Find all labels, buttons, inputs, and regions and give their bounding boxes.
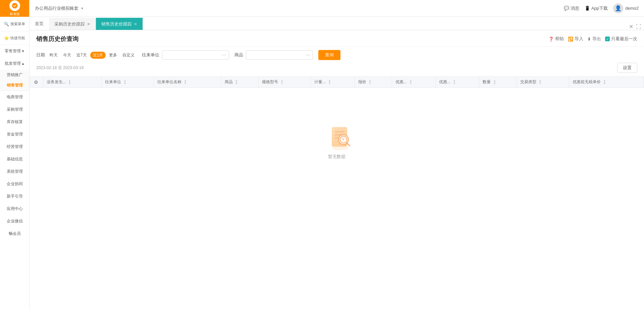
table-col-unit[interactable]: 计量... ▲▼ <box>311 76 355 88</box>
sidebar-item-operations[interactable]: 经营管理 <box>0 141 29 153</box>
sidebar-nav-label: 快捷导航 <box>10 36 25 41</box>
table-body: ? 暂无数据 <box>30 88 644 194</box>
topbar-app-label: App下载 <box>591 5 608 11</box>
sort-icons-partner-code: ▲▼ <box>123 80 126 85</box>
sidebar-subitem-marketing[interactable]: 营销推广 <box>0 70 29 80</box>
sidebar-item-inventory[interactable]: 库存核算 <box>0 116 29 128</box>
sidebar-item-retail[interactable]: 零售管理 ▼ <box>0 45 29 57</box>
sidebar-item-wholesale[interactable]: 批发管理 ▲ <box>0 57 29 70</box>
topbar-user[interactable]: 👤 demo2 <box>613 3 639 13</box>
system-label: 系统管理 <box>7 169 23 174</box>
sidebar-wholesale-section: 批发管理 ▲ 营销推广 销售管理 <box>0 57 29 91</box>
date-btn-yesterday[interactable]: 昨天 <box>48 52 60 59</box>
partner-input[interactable]: ··· <box>162 50 229 60</box>
main-area: 办公用品行业模拟账套 ▾ 💬 消息 📱 App下载 👤 demo2 首页 <box>30 0 644 310</box>
sidebar-item-wechat[interactable]: 企业微信 <box>0 215 29 227</box>
date-btn-today[interactable]: 今天 <box>61 52 73 59</box>
topbar-app-download-action[interactable]: 📱 App下载 <box>585 5 608 11</box>
table-col-biz-date[interactable]: 业务发生... ▲▼ <box>43 76 102 88</box>
page-header-actions: ❓ 帮助 🔁 导入 ⬇ 导出 ✓ 只看最后一次 <box>548 36 637 42</box>
sidebar-item-ecommerce[interactable]: 电商管理 <box>0 91 29 103</box>
table-col-quote[interactable]: 报价 ▲▼ <box>355 76 392 88</box>
date-btn-7days[interactable]: 近7天 <box>74 52 89 59</box>
sidebar-subitem-sales-mgmt[interactable]: 销售管理 <box>0 80 29 91</box>
table-col-discount2[interactable]: 优惠... ▲▼ <box>436 76 479 88</box>
sort-icons-unit: ▲▼ <box>328 80 331 85</box>
sidebar-item-basic[interactable]: 基础信息 <box>0 153 29 165</box>
sidebar-item-guide[interactable]: 新手引导 <box>0 190 29 203</box>
table-col-quantity[interactable]: 数量 ▲▼ <box>479 76 517 88</box>
sidebar-item-purchase[interactable]: 采购管理 <box>0 103 29 116</box>
tab-close-button[interactable]: ✕ <box>629 23 633 30</box>
logo-icon <box>9 0 20 11</box>
goods-filter-label: 商品 <box>234 52 243 58</box>
goods-input[interactable]: ··· <box>246 50 313 60</box>
tab-sales-history[interactable]: 销售历史价跟踪 ✕ <box>96 18 143 30</box>
col-trade-type-label: 交易类型 <box>520 80 536 84</box>
wechat-label: 企业微信 <box>7 218 23 224</box>
user-avatar: 👤 <box>613 3 623 13</box>
sidebar-item-enterprise[interactable]: 企业协同 <box>0 178 29 190</box>
table-col-goods[interactable]: 商品 ▲▼ <box>221 76 259 88</box>
message-icon: 💬 <box>564 6 569 11</box>
table-col-trade-type[interactable]: 交易类型 ▲▼ <box>517 76 569 88</box>
settings-button[interactable]: 设置 <box>617 63 637 73</box>
goods-ellipsis-icon[interactable]: ··· <box>306 52 310 58</box>
date-range-text: 2023-02-18 至 2023-03-18 <box>36 65 84 71</box>
sidebar-item-apps[interactable]: 应用中心 <box>0 203 29 215</box>
table-col-partner-code[interactable]: 往来单位 ▲▼ <box>102 76 154 88</box>
sidebar-nav-section: ⭐ 快捷导航 <box>0 32 29 45</box>
tab-purchase-history-label: 采购历史价跟踪 <box>54 21 85 27</box>
export-label: 导出 <box>592 36 601 42</box>
table-col-settings[interactable]: ⚙ <box>30 76 43 88</box>
topbar-right: 💬 消息 📱 App下载 👤 demo2 <box>564 3 639 13</box>
tab-fullscreen-button[interactable]: ⛶ <box>636 24 641 30</box>
table-col-spec[interactable]: 规格型号 ▲▼ <box>259 76 311 88</box>
table-col-discount1[interactable]: 优惠... ▲▼ <box>392 76 436 88</box>
date-btn-more[interactable]: 更多 <box>107 52 119 59</box>
col-quote-label: 报价 <box>358 80 366 84</box>
import-action[interactable]: 🔁 导入 <box>568 36 583 42</box>
table-col-pretax-price[interactable]: 优惠前无税单价 ▲▼ <box>569 76 644 88</box>
sidebar-nav-item-shortcuts[interactable]: ⭐ 快捷导航 <box>0 33 29 43</box>
query-button[interactable]: 查询 <box>318 50 340 60</box>
logo-text: 标准版 <box>10 12 20 16</box>
sidebar-item-system[interactable]: 系统管理 <box>0 165 29 178</box>
topbar: 办公用品行业模拟账套 ▾ 💬 消息 📱 App下载 👤 demo2 <box>30 0 644 17</box>
table-container: ⚙ 业务发生... ▲▼ 往来单位 ▲▼ 往来单位名称 ▲▼ <box>30 76 644 310</box>
empty-illustration: ? <box>323 121 357 155</box>
topbar-message-action[interactable]: 💬 消息 <box>564 5 579 11</box>
ecommerce-label: 电商管理 <box>7 94 23 100</box>
export-icon: ⬇ <box>587 37 591 42</box>
sidebar-item-finance[interactable]: 资金管理 <box>0 128 29 141</box>
only-last-checkbox[interactable]: ✓ 只看最后一次 <box>605 36 637 42</box>
col-partner-code-label: 往来单位 <box>105 80 121 84</box>
topbar-dropdown-icon[interactable]: ▾ <box>81 6 83 11</box>
help-action[interactable]: ❓ 帮助 <box>548 36 564 42</box>
sidebar-item-member[interactable]: 畅会员 <box>0 227 29 240</box>
gear-icon[interactable]: ⚙ <box>34 80 38 85</box>
export-action[interactable]: ⬇ 导出 <box>587 36 601 42</box>
tab-home[interactable]: 首页 <box>30 18 49 30</box>
col-spec-label: 规格型号 <box>262 80 278 84</box>
tab-purchase-history[interactable]: 采购历史价跟踪 ✕ <box>49 18 96 30</box>
sort-icons-pretax-price: ▲▼ <box>603 80 606 85</box>
svg-point-0 <box>12 3 17 9</box>
date-filter-label: 日期 <box>36 52 45 58</box>
topbar-message-label: 消息 <box>571 5 579 11</box>
col-biz-date-label: 业务发生... <box>47 80 66 84</box>
retail-arrow: ▼ <box>21 49 25 53</box>
sort-icons-spec: ▲▼ <box>281 80 283 85</box>
enterprise-label: 企业协同 <box>7 181 23 187</box>
table-col-partner-name[interactable]: 往来单位名称 ▲▼ <box>154 76 221 88</box>
sort-icons-quote: ▲▼ <box>369 80 371 85</box>
date-btn-custom[interactable]: 自定义 <box>120 52 137 59</box>
wholesale-label: 批发管理 <box>5 61 21 66</box>
tab-purchase-close-icon[interactable]: ✕ <box>87 22 90 27</box>
tab-sales-close-icon[interactable]: ✕ <box>134 22 137 27</box>
empty-state-row: ? 暂无数据 <box>30 88 644 194</box>
sidebar-menu: 零售管理 ▼ 批发管理 ▲ 营销推广 销售管理 电商管理 采购管理 <box>0 45 29 310</box>
date-btn-1month[interactable]: 近1月 <box>90 52 106 59</box>
sidebar-search-item[interactable]: 🔍 搜索菜单 <box>3 19 26 29</box>
partner-ellipsis-icon[interactable]: ··· <box>222 52 226 58</box>
